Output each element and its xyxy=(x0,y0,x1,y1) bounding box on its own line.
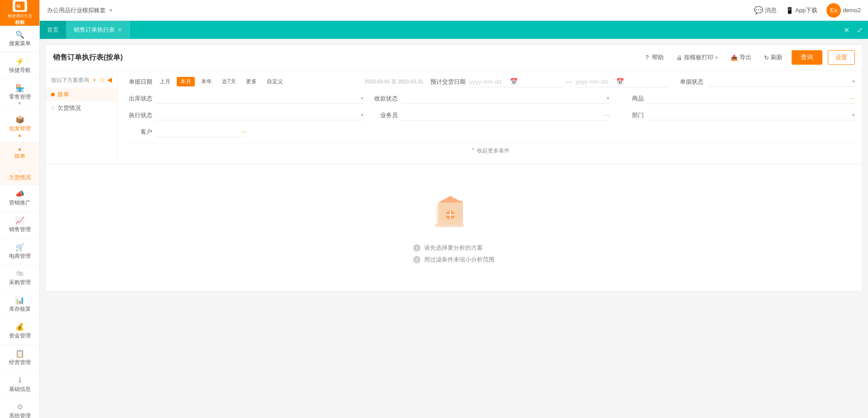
date-pill-last-month[interactable]: 上月 xyxy=(156,77,174,86)
print-label: 按模板打印 xyxy=(684,53,713,62)
sidebar-item-purchase[interactable]: 🛍 采购管理 xyxy=(0,265,39,291)
main-card: 销售订单执行表(按单) ？ 帮助 🖨 按模板打印 ▾ 📤 导出 xyxy=(45,44,863,291)
exec-status-select[interactable]: ▾ xyxy=(156,110,363,120)
scheme-dot-active xyxy=(51,93,55,96)
sidebar-item-label: 电商管理 xyxy=(9,252,31,260)
export-button[interactable]: 📤 导出 xyxy=(727,52,755,63)
print-arrow-icon: ▾ xyxy=(715,55,718,61)
delivery-date-to-input[interactable] xyxy=(576,78,616,85)
product-label: 商品 xyxy=(617,95,644,103)
breadcrumb: 办公用品行业模拟账套 ▾ xyxy=(47,6,113,14)
app-download-action[interactable]: 📱 App下载 xyxy=(786,6,817,14)
setting-button[interactable]: 设置 xyxy=(828,50,855,65)
sidebar-search[interactable]: 🔍 搜索菜单 xyxy=(0,26,39,52)
message-action[interactable]: 💬 消息 xyxy=(754,6,777,14)
date-pill-this-month[interactable]: 本月 xyxy=(177,77,195,86)
sidebar-item-operations[interactable]: 📋 经营管理 xyxy=(0,345,39,371)
sidebar-search-label: 搜索菜单 xyxy=(9,40,31,48)
filter-item-date: 单据日期 上月 本月 本年 近7天 更多 自定义 2023-03-01 至 20… xyxy=(125,77,423,86)
sidebar-item-marketing[interactable]: 📣 营销推广 xyxy=(0,185,39,212)
query-button[interactable]: 查询 xyxy=(792,50,822,65)
sidebar-item-按单[interactable]: ● 按单 xyxy=(0,142,39,164)
filter-scheme-panel: 按以下方案查询 ＋ ☆ ◀ 按单 欠货情况 xyxy=(46,71,118,164)
help-icon: ？ xyxy=(644,53,650,62)
outstock-select[interactable]: ▾ xyxy=(156,94,363,104)
delivery-date-from-input[interactable] xyxy=(469,78,510,85)
sidebar-item-system[interactable]: ⚙ 系统管理 xyxy=(0,398,39,418)
tab-sales-exec[interactable]: 销售订单执行表 ✕ xyxy=(66,21,130,39)
sidebar-sub-label: 按单 xyxy=(14,152,25,160)
filter-row-1: 单据日期 上月 本月 本年 近7天 更多 自定义 2023-03-01 至 20… xyxy=(125,76,855,87)
refresh-button[interactable]: ↻ 刷新 xyxy=(760,52,786,63)
salesperson-ellipsis-icon[interactable]: ··· xyxy=(604,111,609,119)
dept-label: 部门 xyxy=(617,111,644,119)
filter-item-doc-status: 单据状态 ▾ xyxy=(676,77,855,87)
user-action[interactable]: Ea demo2 xyxy=(826,3,861,18)
doc-status-select[interactable]: ▾ xyxy=(707,77,855,87)
retail-arrow-icon: ▼ xyxy=(18,101,22,106)
refresh-icon: ↻ xyxy=(764,54,769,61)
star-scheme-icon[interactable]: ☆ xyxy=(99,76,105,84)
sidebar-item-sales[interactable]: 📈 销售管理 xyxy=(0,212,39,238)
tab-bar-right: ✕ ⤢ xyxy=(842,21,868,39)
date-pill-this-year[interactable]: 本年 xyxy=(198,77,216,86)
export-label: 导出 xyxy=(740,53,751,62)
sidebar-item-finance[interactable]: 💰 资金管理 xyxy=(0,318,39,345)
help-button[interactable]: ？ 帮助 xyxy=(641,52,667,63)
search-icon: 🔍 xyxy=(15,30,24,39)
date-range-hint: 2023-03-01 至 2023-03-31 xyxy=(365,78,424,85)
product-ellipsis-icon[interactable]: ··· xyxy=(849,95,855,102)
sidebar-item-label: 经营管理 xyxy=(9,359,31,366)
tab-close-all-icon[interactable]: ✕ xyxy=(842,24,851,36)
doc-status-chevron-icon: ▾ xyxy=(852,79,855,85)
filter-form: 单据日期 上月 本月 本年 近7天 更多 自定义 2023-03-01 至 20… xyxy=(118,71,862,164)
filter-row-2: 出库状态 ▾ 收款状态 ▾ xyxy=(125,93,855,104)
tab-bar: 首页 销售订单执行表 ✕ ✕ ⤢ xyxy=(40,21,868,39)
app-logo[interactable]: 畅 畅捷通好生意 标账 xyxy=(0,0,40,26)
date-pill-7days[interactable]: 近7天 xyxy=(218,77,240,86)
page-title-bar: 销售订单执行表(按单) ？ 帮助 🖨 按模板打印 ▾ 📤 导出 xyxy=(46,45,862,71)
dept-select[interactable]: ▾ xyxy=(647,110,855,120)
filter-item-exec-status: 执行状态 ▾ xyxy=(125,110,363,120)
sidebar-item-inventory[interactable]: 📊 库存核算 xyxy=(0,291,39,318)
step1-text: 请先选择要分析的方案 xyxy=(424,244,483,252)
scheme-label-欠货情况: 欠货情况 xyxy=(57,104,81,112)
sidebar-item-欠货情况[interactable]: ○ 欠货情况 xyxy=(0,164,39,185)
sidebar-item-quick-nav[interactable]: ⚡ 快捷导航 xyxy=(0,52,39,79)
tab-expand-icon[interactable]: ⤢ xyxy=(855,24,864,36)
print-icon: 🖨 xyxy=(676,54,682,61)
step2-text: 用过滤条件来缩小分析范围 xyxy=(424,256,495,264)
payment-select[interactable]: ▾ xyxy=(401,94,609,104)
sidebar-item-retail[interactable]: 🏪 零售管理 ▼ xyxy=(0,79,39,111)
sidebar-item-basic-info[interactable]: ℹ 基础信息 xyxy=(0,371,39,398)
filter-scheme-icons: ＋ ☆ ◀ xyxy=(91,76,112,84)
top-header: 办公用品行业模拟账套 ▾ 💬 消息 📱 App下载 Ea demo2 xyxy=(40,0,868,21)
tab-close-icon[interactable]: ✕ xyxy=(118,27,122,33)
date-pill-more[interactable]: 更多 xyxy=(242,77,260,86)
scheme-dot-inactive xyxy=(51,106,55,110)
filter-row-3: 执行状态 ▾ 业务员 ··· xyxy=(125,109,855,121)
add-scheme-icon[interactable]: ＋ xyxy=(91,76,98,84)
print-button[interactable]: 🖨 按模板打印 ▾ xyxy=(673,52,722,63)
collapse-conditions-button[interactable]: ⌃ 收起更多条件 xyxy=(125,143,855,158)
tab-home[interactable]: 首页 xyxy=(40,21,66,39)
svg-text:畅: 畅 xyxy=(16,4,21,9)
help-label: 帮助 xyxy=(652,53,664,62)
message-label: 消息 xyxy=(765,6,777,14)
inventory-icon: 📊 xyxy=(15,296,24,304)
avatar[interactable]: Ea xyxy=(826,3,841,18)
app-subtitle: 畅捷通好生意 xyxy=(8,13,32,19)
scheme-item-按单[interactable]: 按单 xyxy=(46,88,118,101)
scheme-item-欠货情况[interactable]: 欠货情况 xyxy=(46,101,118,115)
sidebar-item-wholesale[interactable]: 📦 批发管理 ▲ xyxy=(0,111,39,142)
calendar-to-icon[interactable]: 📅 xyxy=(616,78,624,85)
collapse-scheme-icon[interactable]: ◀ xyxy=(107,76,112,84)
calendar-from-icon[interactable]: 📅 xyxy=(510,78,518,85)
sales-icon: 📈 xyxy=(15,216,24,225)
empty-step-2: 2 用过滤条件来缩小分析范围 xyxy=(413,256,495,264)
date-pill-custom[interactable]: 自定义 xyxy=(263,77,287,86)
avatar-text: Ea xyxy=(830,7,837,14)
sidebar-item-ecommerce[interactable]: 🛒 电商管理 xyxy=(0,238,39,265)
customer-ellipsis-icon[interactable]: ··· xyxy=(241,128,246,135)
payment-label: 收款状态 xyxy=(371,95,398,103)
